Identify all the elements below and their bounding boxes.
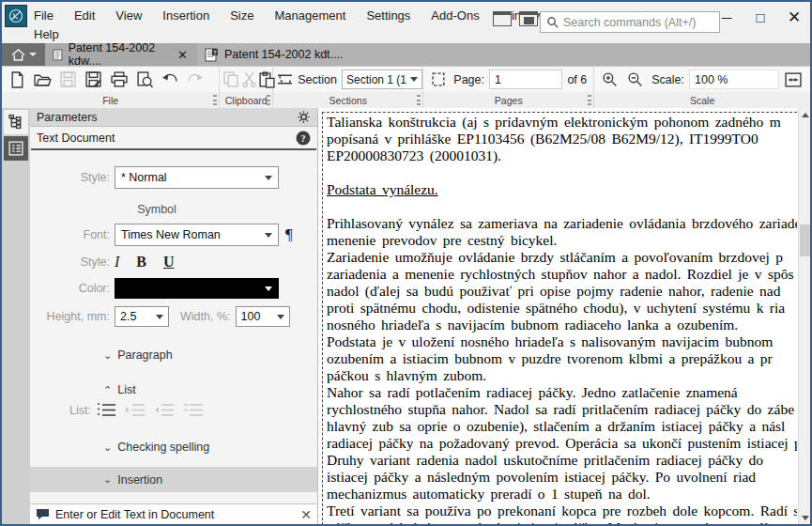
menu-item-view[interactable]: View: [115, 8, 142, 23]
document-area[interactable]: Talianska konštrukcia (aj s prídavným el…: [318, 108, 810, 524]
copy-button[interactable]: [223, 69, 239, 91]
font-color-select[interactable]: [115, 278, 279, 299]
section-paragraph[interactable]: ⌄ Paragraph: [30, 348, 317, 362]
save-as-button[interactable]: [82, 69, 105, 91]
panel-title: Parameters: [37, 111, 98, 124]
pilcrow-icon[interactable]: ¶: [285, 225, 293, 244]
section-label: List: [117, 383, 135, 396]
help-icon[interactable]: ?: [296, 131, 311, 146]
group-label-clipboard: Clipboard: [225, 95, 268, 106]
doc-line: Zariadenie umožňuje ovládanie brzdy stlá…: [327, 249, 797, 266]
save-button[interactable]: [56, 69, 80, 91]
app-logo-icon[interactable]: [5, 5, 27, 27]
status-close-icon[interactable]: ✕: [300, 507, 312, 522]
page-label: Page:: [453, 73, 484, 86]
close-button[interactable]: ✕: [786, 8, 803, 27]
print-preview-button[interactable]: [132, 69, 156, 91]
doc-line: ozubením a istiacim bubnom v puzdre tvor…: [327, 350, 797, 367]
scroll-up-button[interactable]: [799, 108, 810, 121]
vertical-scrollbar[interactable]: [798, 108, 810, 524]
scale-input[interactable]: 100 %: [689, 70, 779, 89]
group-grip[interactable]: [213, 95, 217, 105]
chevron-down-icon: [410, 77, 418, 82]
search-placeholder: Search commands (Alt+/): [563, 16, 696, 29]
section-button-icon[interactable]: [277, 69, 293, 91]
panel-separator: [31, 148, 316, 150]
height-select[interactable]: 2.5: [115, 306, 169, 327]
section-checking-spelling[interactable]: ⌄ Checking spelling: [30, 441, 317, 454]
tab-patent-kdw[interactable]: Patent 154-2002 kdw.... ✕: [45, 43, 197, 66]
section-select[interactable]: Section 1 (1): [342, 70, 422, 89]
undo-button[interactable]: [158, 69, 181, 91]
menu-item-help[interactable]: Help: [34, 27, 59, 41]
page-number-value: 1: [495, 73, 501, 86]
panel-switch-strip: [2, 108, 30, 524]
doc-line: Tretí variant sa používa po prekonaní ko…: [327, 503, 797, 519]
fit-width-button[interactable]: [781, 69, 804, 91]
minimize-button[interactable]: ─: [718, 9, 735, 25]
menu-bar-row2: Help: [34, 25, 59, 42]
paragraph-style-select[interactable]: * Normal: [115, 166, 279, 189]
list-outdent-button[interactable]: [154, 402, 175, 418]
list-indent-button[interactable]: [125, 402, 146, 418]
bold-button[interactable]: B: [136, 254, 146, 271]
chevron-down-icon: [277, 315, 284, 319]
doc-line: istiacej páčky a následným povolením ist…: [327, 469, 797, 486]
menu-item-settings[interactable]: Settings: [366, 8, 410, 23]
numbered-list-button[interactable]: [96, 402, 116, 418]
window-preview-icon[interactable]: [519, 11, 538, 26]
section-button-label[interactable]: Section: [298, 73, 337, 86]
menu-item-management[interactable]: Management: [274, 8, 345, 23]
svg-text:T: T: [213, 50, 217, 55]
command-search-input[interactable]: Search commands (Alt+/): [540, 11, 720, 33]
menu-item-add-ons[interactable]: Add-Ons: [431, 8, 479, 23]
tab-patent-kdt[interactable]: T Patent 154-2002 kdt....: [197, 43, 385, 66]
search-icon: [546, 16, 559, 28]
redo-button[interactable]: [183, 69, 207, 91]
home-dropdown-caret: [29, 53, 37, 56]
zoom-out-button[interactable]: [623, 69, 647, 91]
zoom-in-button[interactable]: [598, 69, 621, 91]
home-button[interactable]: [2, 43, 45, 66]
doc-line: mechanizmus automaticky preradí o 1 stup…: [327, 486, 797, 503]
scrollbar-thumb[interactable]: [800, 224, 810, 256]
scroll-down-button[interactable]: [799, 511, 810, 524]
group-grip[interactable]: [417, 95, 421, 105]
menu-item-edit[interactable]: Edit: [74, 8, 95, 23]
menu-item-size[interactable]: Size: [230, 8, 253, 23]
page-number-input[interactable]: 1: [489, 70, 562, 89]
tab-close-icon[interactable]: ✕: [176, 48, 190, 62]
group-grip[interactable]: [588, 95, 591, 105]
underline-button[interactable]: U: [163, 254, 175, 271]
open-button[interactable]: [31, 69, 54, 91]
group-grip[interactable]: [267, 95, 270, 105]
status-text: Enter or Edit Text in Document: [55, 508, 214, 521]
structure-tree-button[interactable]: [4, 110, 28, 134]
doc-line: nadol (ďalej sa budú použivať pri opise …: [327, 283, 797, 300]
maximize-button[interactable]: □: [752, 9, 769, 25]
gear-icon[interactable]: [297, 110, 311, 124]
print-button[interactable]: [107, 69, 130, 91]
window-layout-icon[interactable]: [493, 11, 512, 26]
menu-item-insertion[interactable]: Insertion: [162, 8, 209, 23]
doc-line: [327, 164, 797, 181]
parameters-panel-button[interactable]: [4, 136, 28, 161]
doc-line: EP20000830723 (20001031).: [327, 147, 797, 164]
doc-line: Nahor sa radí potlačením radiacej páčky.…: [327, 384, 797, 401]
width-select[interactable]: 100: [236, 306, 290, 327]
italic-button[interactable]: I: [115, 254, 119, 271]
doc-line: Prihlasovaný vynález sa zameriava na zar…: [327, 215, 797, 232]
new-document-button[interactable]: [6, 69, 29, 91]
doc-line: Talianska konštrukcia (aj s prídavným el…: [327, 114, 797, 131]
doc-line: zariadenia a menenie rychlostných stupňo…: [327, 266, 797, 283]
text-frame[interactable]: Talianska konštrukcia (aj s prídavným el…: [322, 112, 797, 524]
cut-button[interactable]: [241, 69, 257, 91]
panel-status-bar: Enter or Edit Text in Document ✕: [30, 503, 317, 524]
font-select[interactable]: Times New Roman: [115, 224, 279, 246]
width-label: Width, %:: [180, 310, 231, 323]
list-remove-button[interactable]: [183, 402, 204, 418]
chevron-down-icon: ⌄: [103, 349, 112, 362]
section-insertion[interactable]: ⌄ Insertion: [30, 467, 317, 492]
section-list[interactable]: ⌃ List: [30, 383, 317, 396]
menu-item-file[interactable]: File: [34, 8, 54, 23]
